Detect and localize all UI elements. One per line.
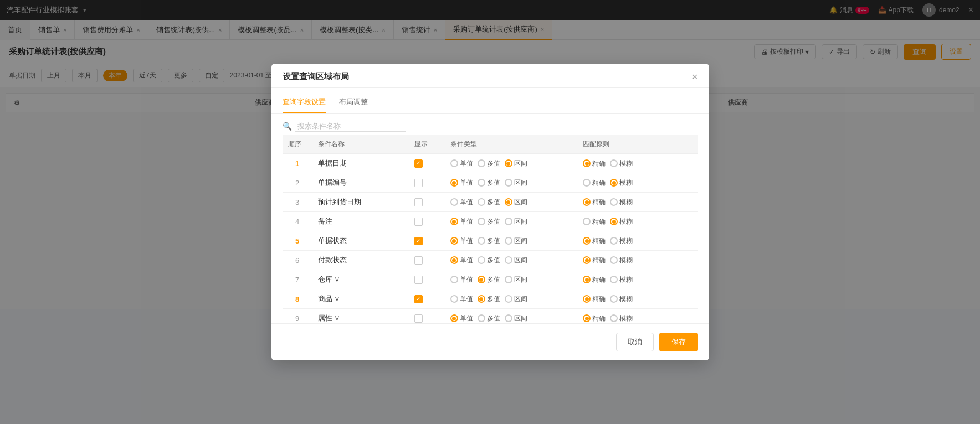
radio-label: 区间 — [514, 275, 527, 285]
radio-circle — [478, 256, 485, 264]
row-show-checkbox[interactable] — [409, 173, 445, 193]
radio-label: 多值 — [487, 275, 500, 285]
row-show-checkbox[interactable] — [409, 289, 445, 309]
radio-type-区间[interactable]: 区间 — [505, 294, 527, 304]
radio-label: 多值 — [487, 198, 500, 207]
radio-match-精确[interactable]: 精确 — [583, 178, 606, 188]
radio-type-单值[interactable]: 单值 — [450, 159, 473, 168]
row-type-radios: 单值多值区间 — [445, 154, 577, 173]
radio-label: 区间 — [514, 236, 527, 246]
th-name: 条件名称 — [312, 135, 409, 154]
radio-match-精确[interactable]: 精确 — [583, 198, 606, 207]
radio-type-单值[interactable]: 单值 — [450, 256, 473, 265]
radio-label: 模糊 — [619, 256, 633, 265]
radio-type-多值[interactable]: 多值 — [478, 256, 500, 265]
show-checkbox[interactable] — [414, 218, 423, 226]
modal-table: 顺序 条件名称 显示 条件类型 匹配原则 1单据日期单值多值区间精确模糊2单据编… — [283, 135, 698, 309]
show-checkbox[interactable] — [414, 295, 423, 303]
radio-match-精确[interactable]: 精确 — [583, 294, 606, 304]
radio-label: 模糊 — [619, 159, 633, 168]
radio-type-单值[interactable]: 单值 — [450, 217, 473, 226]
radio-type-区间[interactable]: 区间 — [505, 159, 527, 168]
radio-match-模糊[interactable]: 模糊 — [610, 256, 633, 265]
row-order: 5 — [283, 231, 312, 251]
row-show-checkbox[interactable] — [409, 231, 445, 251]
row-show-checkbox[interactable] — [409, 309, 445, 309]
row-show-checkbox[interactable] — [409, 251, 445, 270]
radio-type-区间[interactable]: 区间 — [505, 256, 527, 265]
radio-type-单值[interactable]: 单值 — [450, 198, 473, 207]
radio-type-多值[interactable]: 多值 — [478, 217, 500, 226]
modal-close-button[interactable]: × — [692, 72, 698, 82]
row-show-checkbox[interactable] — [409, 154, 445, 173]
modal-table-header-row: 顺序 条件名称 显示 条件类型 匹配原则 — [283, 135, 698, 154]
radio-type-多值[interactable]: 多值 — [478, 275, 500, 285]
radio-circle — [450, 295, 458, 303]
th-type: 条件类型 — [445, 135, 577, 154]
radio-label: 精确 — [592, 236, 606, 246]
radio-label: 区间 — [514, 198, 527, 207]
radio-label: 精确 — [592, 178, 606, 188]
radio-match-模糊[interactable]: 模糊 — [610, 198, 633, 207]
show-checkbox[interactable] — [414, 237, 423, 245]
radio-match-模糊[interactable]: 模糊 — [610, 275, 633, 285]
radio-label: 模糊 — [619, 236, 633, 246]
radio-circle — [610, 198, 618, 206]
radio-match-模糊[interactable]: 模糊 — [610, 294, 633, 304]
modal-tab-query-fields[interactable]: 查询字段设置 — [283, 94, 326, 113]
radio-type-多值[interactable]: 多值 — [478, 236, 500, 246]
th-order: 顺序 — [283, 135, 312, 154]
radio-type-单值[interactable]: 单值 — [450, 275, 473, 285]
radio-match-精确[interactable]: 精确 — [583, 236, 606, 246]
modal-title: 设置查询区域布局 — [283, 71, 349, 82]
radio-type-区间[interactable]: 区间 — [505, 275, 527, 285]
radio-label: 模糊 — [619, 178, 633, 188]
show-checkbox[interactable] — [414, 256, 423, 265]
condition-search-input[interactable] — [295, 121, 406, 132]
radio-type-多值[interactable]: 多值 — [478, 294, 500, 304]
show-checkbox[interactable] — [414, 276, 423, 284]
modal-tab-layout[interactable]: 布局调整 — [339, 94, 368, 113]
modal-header: 设置查询区域布局 × — [271, 64, 709, 88]
radio-match-精确[interactable]: 精确 — [583, 275, 606, 285]
radio-circle — [478, 198, 485, 206]
radio-type-区间[interactable]: 区间 — [505, 178, 527, 188]
modal-search-area: 🔍 — [271, 114, 709, 135]
show-checkbox[interactable] — [414, 179, 423, 187]
radio-label: 区间 — [514, 217, 527, 226]
radio-match-模糊[interactable]: 模糊 — [610, 217, 633, 226]
row-match-radios: 精确模糊 — [577, 231, 697, 251]
row-show-checkbox[interactable] — [409, 212, 445, 231]
radio-match-精确[interactable]: 精确 — [583, 159, 606, 168]
radio-type-区间[interactable]: 区间 — [505, 198, 527, 207]
row-type-radios: 单值多值区间 — [445, 270, 577, 289]
show-checkbox[interactable] — [414, 198, 423, 206]
show-checkbox[interactable] — [414, 159, 423, 168]
modal-table-wrapper: 顺序 条件名称 显示 条件类型 匹配原则 1单据日期单值多值区间精确模糊2单据编… — [283, 135, 698, 309]
row-condition-name: 预计到货日期 — [312, 193, 409, 212]
row-type-radios: 单值多值区间 — [445, 212, 577, 231]
row-match-radios: 精确模糊 — [577, 212, 697, 231]
radio-type-区间[interactable]: 区间 — [505, 217, 527, 226]
radio-type-单值[interactable]: 单值 — [450, 178, 473, 188]
radio-circle — [478, 276, 485, 283]
radio-type-多值[interactable]: 多值 — [478, 159, 500, 168]
radio-type-单值[interactable]: 单值 — [450, 294, 473, 304]
row-condition-name: 单据编号 — [312, 173, 409, 193]
radio-type-单值[interactable]: 单值 — [450, 236, 473, 246]
radio-type-多值[interactable]: 多值 — [478, 198, 500, 207]
radio-label: 区间 — [514, 159, 527, 168]
row-show-checkbox[interactable] — [409, 270, 445, 289]
radio-match-精确[interactable]: 精确 — [583, 256, 606, 265]
modal-table-row: 8商品 ∨单值多值区间精确模糊 — [283, 289, 698, 309]
radio-match-精确[interactable]: 精确 — [583, 217, 606, 226]
radio-type-区间[interactable]: 区间 — [505, 236, 527, 246]
row-show-checkbox[interactable] — [409, 193, 445, 212]
modal-overlay[interactable]: 设置查询区域布局 × 查询字段设置 布局调整 🔍 顺序 条件名称 显示 条件类型 — [0, 0, 980, 309]
radio-circle — [478, 159, 485, 167]
radio-match-模糊[interactable]: 模糊 — [610, 236, 633, 246]
radio-match-模糊[interactable]: 模糊 — [610, 178, 633, 188]
radio-type-多值[interactable]: 多值 — [478, 178, 500, 188]
radio-label: 模糊 — [619, 198, 633, 207]
radio-match-模糊[interactable]: 模糊 — [610, 159, 633, 168]
